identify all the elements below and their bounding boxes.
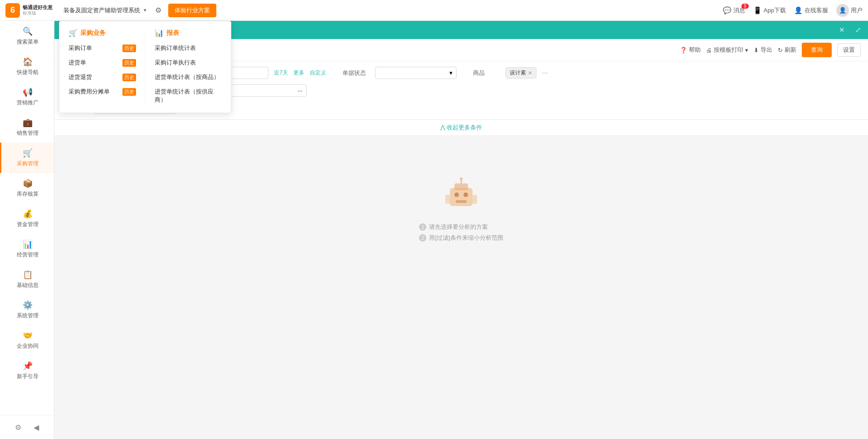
menu-item-goods-stat[interactable]: 进货单统计表（按商品） xyxy=(151,70,226,84)
sidebar-item-sales[interactable]: 💼 销售管理 xyxy=(0,112,54,143)
svg-rect-4 xyxy=(456,200,467,203)
app-icon: 📱 xyxy=(753,6,762,15)
svg-rect-1 xyxy=(454,183,468,190)
query-btn[interactable]: 查询 xyxy=(802,43,832,57)
print-action[interactable]: 🖨 按模板打印 ▾ xyxy=(706,46,748,54)
sidebar-item-system[interactable]: ⚙️ 系统管理 xyxy=(0,295,54,325)
sidebar-item-purchase[interactable]: 🛒 采购管理 xyxy=(0,143,54,173)
sidebar-item-search[interactable]: 🔍 搜索菜单 xyxy=(0,21,54,51)
service-icon: 👤 xyxy=(794,6,803,15)
user-label: 用户 xyxy=(851,6,863,15)
sidebar-item-marketing[interactable]: 📢 营销推广 xyxy=(0,82,54,112)
sidebar: 🔍 搜索菜单 🏠 快捷导航 📢 营销推广 💼 销售管理 🛒 采购管理 📦 库存核… xyxy=(0,21,54,439)
report-menu-column: 📊 报表 采购订单统计表 采购订单执行表 进货单统计表（按商品） 进货单统计表（… xyxy=(146,27,231,107)
sidebar-item-inventory[interactable]: 📦 库存核算 xyxy=(0,173,54,203)
message-action[interactable]: 💬 消息 9 xyxy=(723,6,745,15)
help-label: 帮助 xyxy=(689,46,701,54)
top-header: 6 畅通进好生意 标准版 装备及固定资产辅助管理系统 ▾ ⚙ 体验行业方案 💬 … xyxy=(0,0,868,21)
menu-item-purchase-order[interactable]: 采购订单 历史 xyxy=(65,41,140,55)
svg-point-6 xyxy=(460,178,463,180)
basic-icon: 📋 xyxy=(23,270,33,280)
app-label: App下载 xyxy=(764,6,786,15)
refresh-label: 刷新 xyxy=(785,46,796,54)
menu-item-purchase-goods[interactable]: 进货单 历史 xyxy=(65,55,140,70)
purchase-goods-badge: 历史 xyxy=(122,59,136,67)
purchase-dropdown-menu: 🛒 采购业务 采购订单 历史 进货单 历史 进货退货 历史 采购费用分摊单 历史… xyxy=(59,21,231,113)
sidebar-label-sales: 销售管理 xyxy=(17,129,39,137)
menu-item-purchase-expense[interactable]: 采购费用分摊单 历史 xyxy=(65,84,140,99)
settings-gear-icon[interactable]: ⚙ xyxy=(152,4,165,17)
message-icon: 💬 xyxy=(723,6,731,15)
purchase-icon: 🛒 xyxy=(23,148,33,158)
print-dropdown-icon[interactable]: ▾ xyxy=(745,47,748,54)
purchase-goods-label: 进货单 xyxy=(68,59,86,67)
sidebar-label-inventory: 库存核算 xyxy=(17,190,39,198)
menu-item-supplier-stat[interactable]: 进货单统计表（按供应商） xyxy=(151,84,226,107)
salesman-select[interactable]: ··· xyxy=(225,84,307,97)
purchase-expense-badge: 历史 xyxy=(122,88,136,96)
print-label: 按模板打印 xyxy=(714,46,743,54)
export-action[interactable]: ⬇ 导出 xyxy=(754,46,772,54)
online-service-action[interactable]: 👤 在线客服 xyxy=(794,6,828,15)
sidebar-label-basic: 基础信息 xyxy=(17,281,39,289)
logo-text-area: 畅通进好生意 标准版 xyxy=(23,5,53,16)
user-action[interactable]: 👤 用户 xyxy=(836,4,863,17)
help-action[interactable]: ❓ 帮助 xyxy=(680,46,701,54)
export-icon: ⬇ xyxy=(754,47,759,54)
sidebar-item-quick[interactable]: 🏠 快捷导航 xyxy=(0,51,54,82)
sidebar-collapse-btn[interactable]: ◀ xyxy=(29,420,44,434)
sidebar-settings-btn[interactable]: ⚙ xyxy=(11,420,25,434)
sidebar-label-capital: 资金管理 xyxy=(17,221,39,228)
tab-expand-btn[interactable]: ⤢ xyxy=(852,24,864,36)
sidebar-item-capital[interactable]: 💰 资金管理 xyxy=(0,203,54,234)
brand-sub: 标准版 xyxy=(23,10,53,16)
doc-status-select[interactable]: ▾ xyxy=(375,67,457,79)
report-column-title: 📊 报表 xyxy=(151,27,226,41)
salesman-dropdown-icon: ··· xyxy=(297,87,302,94)
goods-tag[interactable]: 设计素 ✕ xyxy=(506,67,536,79)
system-dropdown-btn[interactable]: ▾ xyxy=(144,7,146,13)
collapse-row[interactable]: ⋀ 收起更多条件 xyxy=(54,120,868,136)
doc-status-dropdown-icon: ▾ xyxy=(449,69,453,76)
svg-rect-7 xyxy=(445,195,450,204)
sidebar-item-operation[interactable]: 📊 经营管理 xyxy=(0,234,54,264)
empty-tip-2: 2 用[过滤]条件来缩小分析范围 xyxy=(419,234,503,242)
enterprise-icon: 🤝 xyxy=(23,330,33,340)
sidebar-label-search: 搜索菜单 xyxy=(17,38,39,46)
sidebar-item-enterprise[interactable]: 🤝 企业协同 xyxy=(0,325,54,355)
svg-rect-8 xyxy=(473,195,477,204)
report-column-title-text: 报表 xyxy=(166,29,179,37)
sidebar-label-enterprise: 企业协同 xyxy=(17,342,39,350)
refresh-action[interactable]: ↻ 刷新 xyxy=(778,46,796,54)
purchase-order-label: 采购订单 xyxy=(68,44,92,52)
brand-main: 畅通进好生意 xyxy=(23,5,53,10)
sidebar-item-guide[interactable]: 📌 新手引导 xyxy=(0,355,54,386)
menu-item-purchase-return[interactable]: 进货退货 历史 xyxy=(65,70,140,84)
filter-settings-btn[interactable]: 设置 xyxy=(837,43,861,57)
online-label: 在线客服 xyxy=(805,6,828,15)
goods-more-btn[interactable]: ··· xyxy=(542,69,548,77)
app-download-action[interactable]: 📱 App下载 xyxy=(753,6,786,15)
inventory-icon: 📦 xyxy=(23,178,33,188)
sidebar-item-basic[interactable]: 📋 基础信息 xyxy=(0,264,54,295)
empty-state: 1 请先选择要分析的方案 2 用[过滤]条件来缩小分析范围 xyxy=(54,136,868,278)
purchase-column-title-text: 采购业务 xyxy=(80,29,106,37)
industry-btn[interactable]: 体验行业方案 xyxy=(168,4,216,17)
menu-item-purchase-order-exec[interactable]: 采购订单执行表 xyxy=(151,55,226,70)
tab-close-all-btn[interactable]: ✕ xyxy=(835,24,848,36)
svg-point-3 xyxy=(463,192,468,197)
empty-tip-1: 1 请先选择要分析的方案 xyxy=(419,223,503,231)
goods-tag-close-icon[interactable]: ✕ xyxy=(528,70,532,76)
svg-rect-0 xyxy=(450,188,473,206)
purchase-return-badge: 历史 xyxy=(122,74,136,81)
quick-custom-btn[interactable]: 自定义 xyxy=(310,69,326,77)
sidebar-label-guide: 新手引导 xyxy=(17,373,39,380)
menu-item-purchase-order-stat[interactable]: 采购订单统计表 xyxy=(151,41,226,55)
quick-7days-btn[interactable]: 近7天 xyxy=(274,69,288,77)
doc-status-label: 单据状态 xyxy=(342,69,370,77)
purchase-order-badge: 历史 xyxy=(122,44,136,52)
sidebar-label-operation: 经营管理 xyxy=(17,251,39,259)
quick-more-btn[interactable]: 更多 xyxy=(293,69,304,77)
purchase-return-label: 进货退货 xyxy=(68,73,92,81)
goods-stat-label: 进货单统计表（按商品） xyxy=(155,73,219,81)
